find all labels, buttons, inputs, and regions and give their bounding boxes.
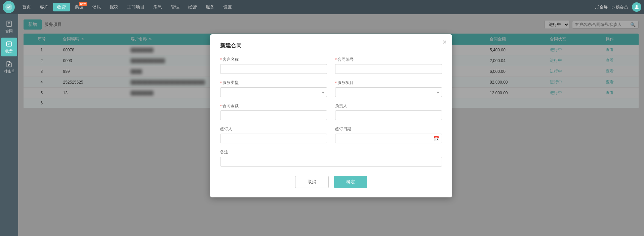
- signer-label: 签订人: [220, 126, 327, 132]
- sidebar: 合同 收费 对账单: [0, 14, 18, 236]
- billing-icon: [5, 40, 13, 48]
- sidebar-label-contract: 合同: [5, 29, 13, 34]
- person-group: 负责人: [335, 103, 442, 120]
- svg-point-0: [636, 5, 638, 7]
- signer-group: 签订人: [220, 126, 327, 143]
- contract-no-input[interactable]: [335, 64, 442, 74]
- fullscreen-button[interactable]: ⛶ 全屏: [595, 4, 608, 10]
- nav-settings[interactable]: 设置: [219, 3, 236, 11]
- new-badge: new: [79, 2, 87, 6]
- member-button[interactable]: ▷ 畅会员: [612, 4, 628, 10]
- service-type-select[interactable]: [220, 87, 327, 97]
- nav-right-actions: ⛶ 全屏 ▷ 畅会员: [595, 2, 641, 12]
- person-input[interactable]: [335, 110, 442, 120]
- modal-close-button[interactable]: ✕: [442, 39, 447, 45]
- remark-group: 备注: [220, 149, 442, 167]
- form-row-4: 签订人 签订日期 2023-06-06 📅: [220, 126, 442, 143]
- customer-name-group: * 客户名称: [220, 57, 327, 74]
- modal-footer: 取消 确定: [220, 176, 442, 188]
- new-contract-modal: 新建合同 ✕ * 客户名称 * 合同编号: [210, 34, 452, 197]
- sidebar-item-billing[interactable]: 收费: [1, 38, 17, 56]
- avatar[interactable]: [632, 2, 641, 12]
- nav-business[interactable]: 工商项目: [123, 3, 149, 11]
- service-type-group: * 服务类型: [220, 80, 327, 97]
- contract-icon: [5, 20, 13, 28]
- app-logo[interactable]: [3, 1, 15, 13]
- sidebar-label-statement: 对账单: [4, 69, 15, 74]
- amount-group: * 合同金额 0.00: [220, 103, 327, 120]
- service-type-label: * 服务类型: [220, 80, 327, 86]
- form-row-3: * 合同金额 0.00 负责人: [220, 103, 442, 120]
- customer-name-label: * 客户名称: [220, 57, 327, 62]
- contract-no-label: * 合同编号: [335, 57, 442, 62]
- nav-operation[interactable]: 经营: [184, 3, 201, 11]
- sidebar-item-contract[interactable]: 合同: [1, 17, 17, 36]
- modal-overlay: 新建合同 ✕ * 客户名称 * 合同编号: [18, 14, 644, 236]
- service-item-label: * 服务项目: [335, 80, 442, 86]
- service-item-group: * 服务项目: [335, 80, 442, 97]
- cancel-button[interactable]: 取消: [295, 176, 329, 188]
- service-item-select-wrap: [335, 87, 442, 97]
- content-area: 新增 服务项目 进行中 已终止 全部 🔍 序号 合同编码 ⇅: [18, 14, 644, 236]
- signer-input[interactable]: [220, 134, 327, 143]
- customer-name-input[interactable]: [220, 64, 327, 74]
- nav-service[interactable]: 服务: [202, 3, 218, 11]
- form-row-5: 备注: [220, 149, 442, 167]
- form-row-2: * 服务类型 * 服务项目: [220, 80, 442, 97]
- sign-date-group: 签订日期 2023-06-06 📅: [335, 126, 442, 143]
- modal-title: 新建合同: [220, 42, 442, 49]
- nav-bookkeeping[interactable]: 记账: [88, 3, 105, 11]
- sign-date-wrap: 2023-06-06 📅: [335, 134, 442, 143]
- sign-date-label: 签订日期: [335, 126, 442, 132]
- service-type-select-wrap: [220, 87, 327, 97]
- sign-date-input[interactable]: 2023-06-06: [335, 134, 442, 143]
- nav-tax[interactable]: 报税: [106, 3, 122, 11]
- fullscreen-icon: ⛶: [595, 5, 599, 9]
- play-icon: ▷: [612, 5, 615, 9]
- contract-no-group: * 合同编号: [335, 57, 442, 74]
- sidebar-label-billing: 收费: [5, 49, 13, 54]
- person-label: 负责人: [335, 103, 442, 109]
- confirm-button[interactable]: 确定: [334, 176, 367, 188]
- amount-input[interactable]: 0.00: [220, 110, 327, 120]
- top-navigation: 首页 客户 收费 票据 new 记账 报税 工商项目 消息 管理 经营 服务 设…: [0, 0, 644, 14]
- nav-invoice[interactable]: 票据 new: [71, 3, 87, 11]
- nav-manage[interactable]: 管理: [167, 3, 184, 11]
- nav-menu: 首页 客户 收费 票据 new 记账 报税 工商项目 消息 管理 经营 服务 设…: [18, 3, 595, 11]
- remark-label: 备注: [220, 149, 442, 155]
- nav-customer[interactable]: 客户: [36, 3, 52, 11]
- sidebar-item-statement[interactable]: 对账单: [1, 58, 17, 77]
- service-item-select[interactable]: [335, 87, 442, 97]
- remark-input[interactable]: [220, 157, 442, 167]
- calendar-icon[interactable]: 📅: [434, 136, 439, 141]
- nav-billing[interactable]: 收费: [53, 3, 70, 11]
- statement-icon: [5, 60, 13, 68]
- nav-message[interactable]: 消息: [149, 3, 166, 11]
- nav-home[interactable]: 首页: [18, 3, 35, 11]
- amount-label: * 合同金额: [220, 103, 327, 109]
- form-row-1: * 客户名称 * 合同编号: [220, 57, 442, 74]
- main-layout: 合同 收费 对账单: [0, 14, 644, 236]
